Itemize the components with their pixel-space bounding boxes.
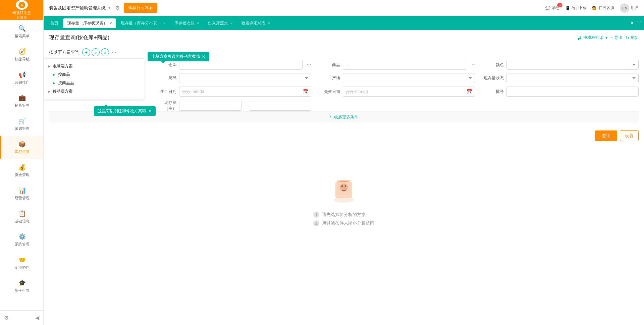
close-tab-inout-flow[interactable]: ✕	[230, 21, 233, 25]
empty-tip-1: 1 请先选择要分析的方案	[313, 212, 374, 218]
header-actions: 🖨 按模板打印 ▼ ↑ 导出 ↻ 刷新	[577, 35, 639, 41]
sidebar-item-label-corp: 企业协同	[15, 265, 30, 270]
batch-input[interactable]	[506, 87, 639, 97]
tab-fullscreen-icon[interactable]: ⛶	[637, 20, 641, 26]
tab-inventory-dist[interactable]: 现存量（库存分布表） ✕	[117, 18, 170, 28]
produce-date-label: 生产日期	[153, 89, 176, 95]
edit-scheme-btn[interactable]: ○	[92, 48, 100, 56]
scheme-sub-item-goods2[interactable]: ► 按商品品	[53, 79, 140, 87]
expire-date-label: 失效日期	[317, 89, 340, 95]
produce-date-input[interactable]	[179, 87, 311, 97]
scheme-mobile-row[interactable]: ▶ 移动端方案	[48, 87, 140, 96]
reset-button[interactable]: 设置	[620, 130, 639, 141]
close-tab-inventory-dist[interactable]: ✕	[163, 21, 166, 25]
goods-dots-icon[interactable]: ⋯	[470, 62, 475, 67]
filter-size: 尺码	[153, 73, 311, 83]
produce-date-calendar-icon[interactable]: 📅	[303, 89, 309, 94]
trial-button[interactable]: 体验行业方案	[124, 3, 157, 13]
stock-main-from-input[interactable]	[179, 101, 242, 111]
marketing-icon: 📢	[18, 71, 26, 78]
stock-main-range: —	[179, 101, 311, 111]
message-badge: 6	[557, 3, 562, 7]
expire-date-input[interactable]	[343, 87, 475, 97]
close-tab-inventory-status[interactable]: ✕	[109, 21, 112, 25]
app-download-btn[interactable]: 📱 App下载	[565, 5, 587, 11]
query-button[interactable]: 查询	[595, 130, 617, 141]
online-service-btn[interactable]: 💁 在线客服	[592, 5, 614, 11]
size-label: 尺码	[153, 75, 176, 81]
sidebar-item-finance[interactable]: 💰 资金管理	[0, 159, 43, 182]
sidebar-item-inventory[interactable]: 📦 库存核算	[0, 136, 43, 159]
export-btn[interactable]: ↑ 导出	[611, 35, 623, 41]
sidebar-item-search[interactable]: 🔍 搜索菜单	[0, 20, 43, 43]
nav-menu: 🔍 搜索菜单 🧭 快捷导航 📢 营销推广 💼 销售管理 🛒 采购管理 📦 库存核…	[0, 20, 43, 310]
close-tooltip1-btn[interactable]: ✕	[202, 54, 205, 59]
tab-batch-account[interactable]: 库存批次账 ✕	[170, 18, 203, 28]
add-scheme-btn[interactable]: +	[82, 48, 90, 56]
sidebar-item-sales[interactable]: 💼 销售管理	[0, 90, 43, 113]
search-icon: 🔍	[18, 25, 26, 32]
empty-illustration	[327, 171, 361, 205]
tip-num-1: 1	[313, 212, 319, 218]
tab-expand-controls: ✕ ⛶	[630, 20, 641, 26]
sales-icon: 💼	[18, 94, 26, 102]
messages-btn[interactable]: 💬 消息 6	[545, 5, 560, 11]
sidebar-item-guide[interactable]: 🧭 快捷导航	[0, 43, 43, 66]
refresh-btn[interactable]: ↻ 刷新	[625, 35, 639, 41]
empty-tips: 1 请先选择要分析的方案 2 用过滤条件来缩小分析范围	[313, 212, 374, 226]
expire-date-wrapper: 📅	[343, 87, 475, 97]
expire-date-calendar-icon[interactable]: 📅	[467, 89, 472, 94]
filter-top: 按以下方案查询 + ○ « ⋯	[49, 48, 639, 56]
scheme-desktop-row[interactable]: ▶ 电脑端方案	[48, 62, 140, 70]
tabbar: 首页 现存量（库存状况表） ✕ 现存量（库存分布表） ✕ 库存批次账 ✕ 出入库…	[44, 16, 644, 30]
scheme-sub-item-goods[interactable]: ► 按商品	[53, 70, 140, 79]
user-btn[interactable]: Ea 用户	[620, 3, 639, 13]
sidebar-item-marketing[interactable]: 📢 营销推广	[0, 66, 43, 90]
close-tab-batch-account[interactable]: ✕	[197, 21, 199, 25]
filter-row3: 生产日期 📅 失效日期 📅	[153, 87, 639, 97]
filter-row2: 尺码 产地 现存量状态	[153, 73, 639, 83]
filter-grid-wrapper: 仓库 ⋯ 商品 ⋯ 颜色	[153, 60, 639, 111]
sidebar-item-newbie[interactable]: 🎓 新手引导	[0, 275, 43, 298]
tab-inventory-status[interactable]: 现存量（库存状况表） ✕	[63, 18, 116, 28]
range-separator: —	[243, 103, 248, 108]
close-tooltip2-btn[interactable]: ✕	[148, 109, 152, 114]
sidebar-item-operations[interactable]: 📊 经营管理	[0, 182, 43, 205]
tab-close-all-icon[interactable]: ✕	[630, 20, 634, 26]
filter-batch: 批号	[480, 87, 639, 97]
sidebar-item-corp[interactable]: 🤝 企业协同	[0, 252, 43, 275]
sidebar-item-label-newbie: 新手引导	[15, 288, 30, 293]
back-scheme-btn[interactable]: «	[101, 48, 109, 56]
goods-input[interactable]	[343, 60, 466, 70]
tab-summary[interactable]: 收发存汇总表 ✕	[237, 18, 274, 28]
sidebar-item-label-operations: 经营管理	[15, 196, 30, 201]
filter-label: 按以下方案查询	[49, 49, 79, 55]
user-avatar: Ea	[620, 3, 629, 13]
topbar-settings-icon[interactable]: ⚙	[115, 5, 120, 11]
size-select[interactable]	[179, 73, 311, 83]
scheme-mobile-arrow-icon: ▶	[48, 90, 51, 93]
close-tab-summary[interactable]: ✕	[268, 21, 270, 25]
scheme-mobile-label: 移动端方案	[53, 89, 73, 94]
color-select[interactable]	[506, 60, 639, 70]
print-btn[interactable]: 🖨 按模板打印 ▼	[577, 35, 608, 41]
filter-more-dots[interactable]: ⋯	[112, 50, 116, 55]
tab-inout-flow[interactable]: 出入库流水 ✕	[204, 18, 237, 28]
origin-select[interactable]	[343, 73, 475, 83]
stock-main-to-input[interactable]	[249, 101, 312, 111]
produce-date-wrapper: 📅	[179, 87, 311, 97]
sidebar-item-basics[interactable]: 📋 基础信息	[0, 205, 43, 228]
warehouse-dots-icon[interactable]: ⋯	[307, 62, 311, 67]
settings-footer-icon[interactable]: ⚙	[4, 315, 9, 321]
sidebar-item-label-purchase: 采购管理	[15, 126, 30, 131]
sidebar-item-system[interactable]: ⚙️ 系统管理	[0, 228, 43, 252]
scheme-sub-items: ► 按商品 ► 按商品品	[53, 70, 140, 87]
scheme-sub2-icon: ►	[53, 81, 56, 85]
sidebar-item-purchase[interactable]: 🛒 采购管理	[0, 113, 43, 136]
tab-home[interactable]: 首页	[46, 18, 62, 28]
sidebar-item-label-basics: 基础信息	[15, 219, 30, 224]
collapse-sidebar-icon[interactable]: ◀	[35, 315, 39, 321]
page-title: 现存量查询(按仓库+商品)	[49, 34, 109, 41]
stock-status-select[interactable]	[506, 73, 639, 83]
scheme-sub-icon: ►	[53, 73, 56, 76]
